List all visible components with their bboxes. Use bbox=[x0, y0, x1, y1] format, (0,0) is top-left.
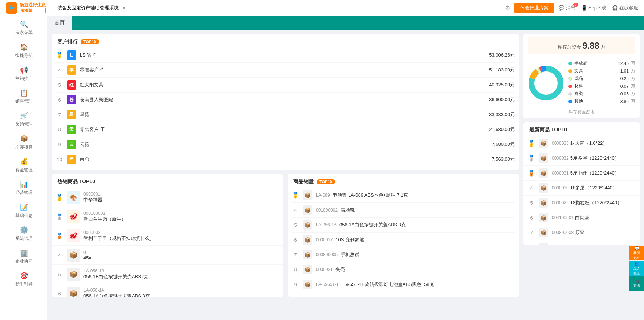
sidebar-item-quick[interactable]: 🏠 快捷导航 bbox=[0, 39, 47, 62]
headset-icon: 🎧 bbox=[612, 5, 618, 11]
sidebar-item-operation[interactable]: 📊 经营管理 bbox=[0, 176, 47, 199]
sidebar-item-company[interactable]: 🏢 企业协同 bbox=[0, 245, 47, 267]
product-thumbnail: 📦 bbox=[67, 249, 80, 262]
logo-name: 畅捷通好生意 bbox=[20, 2, 46, 7]
new-product-item: 8 📦 10000100001 原查 bbox=[523, 240, 640, 245]
online-service-button[interactable]: 🎧 在线客服 bbox=[612, 5, 638, 11]
legend-label: 其他 bbox=[574, 98, 617, 104]
customer-avatar: L bbox=[67, 50, 76, 60]
inventory-icon: 📦 bbox=[20, 135, 28, 143]
inventory-total: 库存总资金 9.88 万 bbox=[528, 37, 635, 54]
phone-icon: 📱 bbox=[581, 5, 587, 11]
sidebar-item-sales[interactable]: 📋 销售管理 bbox=[0, 85, 47, 107]
product-name: 中华神器 bbox=[83, 197, 279, 203]
new-product-icon: 📦 bbox=[539, 153, 548, 163]
sidebar-item-guide[interactable]: 🎯 新手引导 bbox=[0, 267, 47, 290]
product-info: 0000001 中华神器 bbox=[83, 192, 279, 203]
product-info: 000800005 手机测试 bbox=[316, 251, 515, 258]
sidebar-item-system[interactable]: ⚙️ 系统管理 bbox=[0, 222, 47, 245]
customer-name: 尚总 bbox=[80, 156, 488, 163]
service-sub-label: 热线 bbox=[633, 256, 640, 260]
new-product-name: 原查 bbox=[580, 244, 589, 245]
product-thumbnail: 🥩 bbox=[67, 229, 80, 242]
sidebar-item-finance[interactable]: 💰 资金管理 bbox=[0, 153, 47, 176]
new-product-item: 🥇 📦 0000033 封边带（1.0*22） bbox=[523, 136, 640, 151]
hot-products-panel: 热销商品 TOP10 🥇 🍖 0000001 中华神器 bbox=[52, 174, 283, 297]
sidebar-item-purchase[interactable]: 🛒 采购管理 bbox=[0, 107, 47, 130]
live-label: 直播 bbox=[633, 284, 640, 288]
main-layout: 🔍 搜索菜单 🏠 快捷导航 📢 营销推广 📋 销售管理 🛒 采购管理 📦 库存核… bbox=[0, 16, 644, 320]
customer-avatar: 苍 bbox=[67, 95, 76, 104]
app-download-button[interactable]: 📱 App下载 bbox=[581, 5, 606, 11]
product-sales-item: 7 📦 000800005 手机测试 bbox=[292, 247, 515, 262]
customer-name: 零售客户-许 bbox=[80, 67, 485, 73]
rank-number: 5 bbox=[528, 200, 535, 206]
left-column: 客户排行 TOP10 🥇 L LS 客户 53,006.26元 bbox=[52, 34, 519, 301]
legend-unit: 万 bbox=[631, 75, 635, 82]
sidebar-label-inventory: 库存核算 bbox=[15, 144, 33, 150]
product-sales-item: 9 📦 LA-59651-1B 59651-1B旋转投影灯电池盒ABS黑色+58… bbox=[292, 277, 515, 292]
customer-rank-item: 7 星 星扬 33,333.00元 bbox=[56, 107, 515, 122]
system-selector[interactable]: 装备及固定资产辅助管理系统 ▼ bbox=[57, 5, 501, 11]
legend-item: 成品 0.25 万 bbox=[568, 75, 635, 82]
new-product-info: 0000031 5厘中纤（1220*2440） bbox=[552, 170, 635, 176]
rank-number: 4 bbox=[56, 67, 63, 73]
trial-button[interactable]: 体验行业方案 bbox=[514, 3, 554, 13]
sidebar-item-search[interactable]: 🔍 搜索菜单 bbox=[0, 16, 47, 39]
gear-icon[interactable]: ⚙ bbox=[505, 4, 510, 11]
customer-rank-item: 10 尚 尚总 7,563.00元 bbox=[56, 152, 515, 167]
product-code: LA-089 bbox=[316, 193, 330, 198]
finance-icon: 💰 bbox=[20, 157, 28, 165]
float-bar: 💬 客服 热线 👥 服务 社区 📺 直播 bbox=[629, 246, 644, 291]
sidebar-label-marketing: 营销推广 bbox=[15, 75, 33, 82]
new-product-item: 4 📦 0000030 18多层（1220*2440） bbox=[523, 181, 640, 196]
product-name: 056-1A白色按键开关盖ABS 3克 bbox=[339, 222, 406, 227]
product-name: 45# bbox=[83, 255, 279, 260]
product-code: 0000002 bbox=[83, 230, 279, 235]
new-product-code: 0000030 bbox=[552, 185, 569, 190]
customer-rank-item: 9 云 云扬 7,680.00元 bbox=[56, 137, 515, 152]
tab-home[interactable]: 首页 bbox=[47, 16, 72, 30]
product-info: 0000002 智利车子里（规格不知道填什么） bbox=[83, 230, 279, 242]
rank-number: 9 bbox=[292, 282, 299, 287]
product-sales-item: 4 📦 001000002 雪地靴 bbox=[292, 203, 515, 218]
product-item: 🥈 🥩 000500001 新西兰牛肉（新牛） bbox=[52, 207, 283, 226]
product-thumbnail: 🍖 bbox=[67, 191, 80, 204]
message-badge: 6 bbox=[573, 3, 578, 7]
customer-amount: 40,925.00元 bbox=[489, 82, 515, 88]
customer-name: 星扬 bbox=[80, 111, 485, 118]
float-service-button[interactable]: 💬 客服 热线 bbox=[629, 246, 644, 260]
sidebar-item-marketing[interactable]: 📢 营销推广 bbox=[0, 62, 47, 85]
sidebar-label-base: 基础信息 bbox=[15, 213, 33, 219]
rank-number: 4 bbox=[292, 208, 299, 213]
message-icon: 💬 bbox=[559, 5, 564, 11]
system-name: 装备及固定资产辅助管理系统 bbox=[57, 5, 119, 11]
legend-item: 文具 1.01 万 bbox=[568, 68, 635, 74]
new-product-name: 18颗粒板（1220*2440） bbox=[570, 200, 622, 206]
search-icon: 🔍 bbox=[20, 20, 28, 28]
product-info: 0000021 夹壳 bbox=[316, 266, 515, 273]
new-product-name: 5厘中纤（1220*2440） bbox=[570, 170, 619, 176]
message-button[interactable]: 💬 消息 6 bbox=[559, 5, 575, 11]
product-info: 01 45# bbox=[83, 250, 279, 260]
sidebar-item-base[interactable]: 📝 基础信息 bbox=[0, 199, 47, 222]
product-code: LA-056-1A bbox=[316, 222, 337, 227]
new-product-info: 10000100001 原查 bbox=[552, 244, 635, 245]
product-name: 056-1A白色按键开关盖ABS 3克 bbox=[83, 293, 279, 297]
product-code: LA-056-1A bbox=[83, 288, 279, 293]
product-info: LA-056-1B 056-1B白色按键开关壳ABS2壳 bbox=[83, 268, 279, 280]
rank-number: 6 bbox=[56, 291, 63, 296]
product-code: 0000017 bbox=[316, 237, 333, 242]
newest-products-list: 🥇 📦 0000033 封边带（1.0*22） 🥈 📦 0000032 bbox=[523, 136, 640, 245]
product-icon: 📦 bbox=[303, 220, 312, 230]
marketing-icon: 📢 bbox=[20, 66, 28, 74]
sidebar-item-inventory[interactable]: 📦 库存核算 bbox=[0, 130, 47, 153]
content-area: 首页 客户排行 TOP10 🥇 L LS 客户 bbox=[47, 16, 644, 320]
float-live-button[interactable]: 📺 直播 bbox=[629, 276, 644, 291]
customer-rank-list: 🥇 L LS 客户 53,006.26元 4 零 零售客户-许 51,183.0… bbox=[52, 48, 519, 170]
medal-icon: 🥇 bbox=[56, 194, 63, 201]
legend-item: 其他 -3.86 万 bbox=[568, 98, 635, 104]
float-community-button[interactable]: 👥 服务 社区 bbox=[629, 261, 644, 276]
customer-ranking-label: 客户排行 bbox=[57, 38, 78, 45]
service-icon: 💬 bbox=[635, 246, 639, 250]
